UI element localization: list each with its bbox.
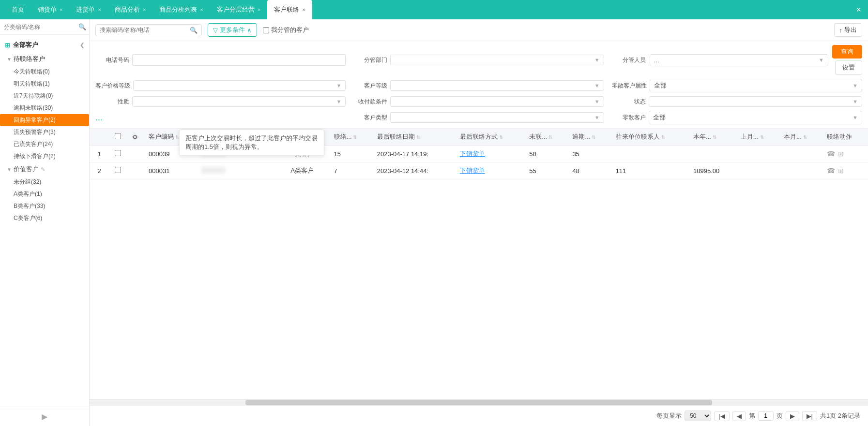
nature-label: 性质 [95, 98, 129, 106]
horizontal-scrollbar[interactable] [90, 399, 868, 405]
nav-item-sales[interactable]: 销货单 × [31, 0, 69, 19]
payment-select[interactable]: ▼ [390, 96, 604, 107]
expand-more-button[interactable]: ... [95, 113, 103, 122]
row1-checkbox[interactable] [115, 150, 121, 156]
sidebar-item-repurchase-abnormal[interactable]: 回购异常客户(2) [0, 114, 89, 126]
per-page-select[interactable]: 50 100 200 [685, 411, 711, 421]
phone-input[interactable] [132, 54, 346, 66]
sidebar-item-churned[interactable]: 已流失客户(24) [0, 138, 89, 150]
close-customer-contact-icon[interactable]: × [302, 7, 305, 13]
first-page-button[interactable]: |◀ [714, 411, 729, 421]
close-customer-tier-icon[interactable]: × [258, 7, 260, 13]
page-input[interactable] [758, 411, 774, 421]
row2-code: 000031 [144, 162, 197, 179]
filter-row-manager: 分管人员 ... ▼ 查询 设置 [612, 45, 862, 75]
edit-icon[interactable]: ✎ [41, 166, 45, 173]
more-conditions-button[interactable]: ▽ 更多条件 ∧ [208, 23, 257, 37]
next-page-button[interactable]: ▶ [786, 411, 799, 421]
sidebar-search-icon[interactable]: 🔍 [78, 23, 86, 30]
sidebar-all-customers[interactable]: ⊞ 全部客户 ❮ [0, 38, 89, 52]
sidebar-item-declining[interactable]: 持续下滑客户(2) [0, 150, 89, 162]
sidebar-expand-button[interactable]: ▶ [38, 410, 51, 423]
close-all-button[interactable]: × [856, 5, 861, 15]
row2-more-icon[interactable]: ⊞ [838, 167, 844, 175]
close-purchase-icon[interactable]: × [98, 7, 101, 13]
scatter-cust-select[interactable]: 全部 ▼ [649, 111, 862, 124]
filter-search-icon[interactable]: 🔍 [190, 27, 198, 34]
row2-last-method[interactable]: 下销货单 [455, 162, 524, 179]
th-unit-contact[interactable]: 往来单位联系人⇅ [611, 129, 688, 146]
total-label: 共1页 2条记录 [820, 411, 860, 420]
th-last-month[interactable]: 上月...⇅ [736, 129, 779, 146]
dept-select[interactable]: ▼ [390, 55, 604, 65]
table-row: 2 000031 A类客户 7 2023-04-12 14:44: [90, 162, 868, 179]
sidebar-item-tomorrow[interactable]: 明天待联络(1) [0, 78, 89, 90]
nav-item-analysis[interactable]: 商品分析 × [108, 0, 152, 19]
sidebar-item-b-class[interactable]: B类客户(33) [0, 200, 89, 212]
close-sales-icon[interactable]: × [60, 7, 62, 13]
th-contact[interactable]: 联络...⇅ [329, 129, 372, 146]
sidebar-item-today[interactable]: 今天待联络(0) [0, 66, 89, 78]
nav-item-analysis-list[interactable]: 商品分析列表 × [152, 0, 210, 19]
cust-level-select[interactable]: ▼ [390, 80, 604, 91]
row2-phone-icon[interactable]: ☎ [827, 167, 835, 175]
sidebar-search-input[interactable] [4, 24, 76, 30]
row1-more-icon[interactable]: ⊞ [838, 150, 844, 158]
nav-item-purchase[interactable]: 进货单 × [69, 0, 107, 19]
th-setting[interactable]: ⚙ [126, 129, 144, 146]
th-overdue[interactable]: 逾期...⇅ [567, 129, 610, 146]
sidebar-item-overdue[interactable]: 逾期未联络(30) [0, 102, 89, 114]
filter-actions: 查询 设置 [832, 45, 862, 75]
sort-unit-icon: ⇅ [661, 134, 665, 140]
export-icon: ↑ [839, 27, 843, 34]
row2-overdue: 48 [567, 162, 610, 179]
row2-checkbox[interactable] [115, 167, 121, 173]
query-button[interactable]: 查询 [832, 45, 862, 59]
scrollbar-thumb[interactable] [245, 400, 713, 405]
sidebar-item-7days[interactable]: 近7天待联络(0) [0, 90, 89, 102]
th-no-contact[interactable]: 未联...⇅ [524, 129, 567, 146]
nav-item-customer-tier[interactable]: 客户分层经营 × [210, 0, 267, 19]
setting-button[interactable]: 设置 [835, 60, 862, 75]
close-analysis-icon[interactable]: × [143, 7, 146, 13]
sidebar-item-churn-warning[interactable]: 流失预警客户(3) [0, 126, 89, 138]
filter-search-input[interactable] [100, 27, 188, 33]
filter-row-phone: 电话号码 [95, 45, 346, 75]
sidebar-value-section[interactable]: ▼ 价值客户 ✎ [0, 162, 89, 176]
nav-item-customer-contact[interactable]: 客户联络 × [267, 0, 312, 19]
row1-check[interactable] [109, 146, 126, 162]
th-this-month[interactable]: 本月...⇅ [779, 129, 822, 146]
sidebar-item-a-class[interactable]: A类客户(1) [0, 188, 89, 200]
row1-phone-icon[interactable]: ☎ [827, 150, 835, 158]
th-last-date[interactable]: 最后联络日期⇅ [372, 129, 455, 146]
prev-page-button[interactable]: ◀ [732, 411, 746, 421]
nav-item-home[interactable]: 首页 [5, 0, 31, 19]
grid-icon: ⊞ [5, 42, 10, 49]
sidebar-item-ungrouped[interactable]: 未分组(32) [0, 176, 89, 188]
advanced-filter: 电话号码 分管部门 ▼ 分管人员 ... ▼ 查询 设置 [90, 41, 868, 129]
th-this-year[interactable]: 本年...⇅ [688, 129, 736, 146]
export-button[interactable]: ↑ 导出 [834, 23, 863, 37]
cust-level-label: 客户等级 [353, 82, 387, 90]
row2-name [197, 162, 286, 179]
th-last-method[interactable]: 最后联络方式⇅ [455, 129, 524, 146]
scatter-attr-select[interactable]: 全部 ▼ [650, 79, 862, 92]
sidebar-group-pending[interactable]: ▼ 待联络客户 [0, 52, 89, 66]
cust-type-select[interactable]: ▼ [390, 112, 604, 123]
my-customer-filter[interactable]: 我分管的客户 [263, 26, 309, 34]
filter-row-payment: 收付款条件 ▼ [353, 96, 604, 107]
close-analysis-list-icon[interactable]: × [200, 7, 203, 13]
row2-check[interactable] [109, 162, 126, 179]
row1-last-method[interactable]: 下销货单 [455, 146, 524, 162]
last-page-button[interactable]: ▶| [802, 411, 817, 421]
sort-date-icon: ⇅ [416, 134, 420, 140]
status-select[interactable]: ▼ [649, 96, 862, 107]
row1-num: 1 [90, 146, 109, 162]
manager-select[interactable]: ... ▼ [650, 54, 828, 66]
my-customer-checkbox[interactable] [263, 27, 269, 33]
select-all-checkbox[interactable] [115, 133, 121, 139]
tri-icon-value: ▼ [7, 167, 12, 172]
nature-select[interactable]: ▼ [132, 96, 346, 107]
sidebar-item-c-class[interactable]: C类客户(6) [0, 212, 89, 224]
price-level-select[interactable]: ▼ [133, 80, 346, 91]
